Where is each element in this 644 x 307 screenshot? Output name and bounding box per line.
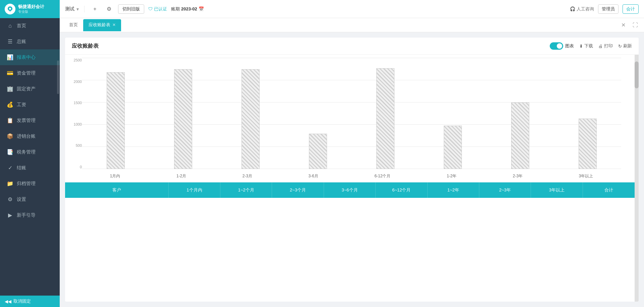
funds-icon: 💳 (7, 70, 13, 76)
tab-close-icon[interactable]: ✕ (112, 23, 116, 27)
logo-icon (5, 4, 15, 14)
sidebar-item-label: 报表中心 (17, 54, 36, 60)
sidebar-item-label: 结账 (17, 165, 26, 171)
accounting-period[interactable]: 账期 2023-02 📅 (171, 6, 204, 12)
sidebar-scrollbar (57, 60, 59, 94)
chart-bar[interactable] (444, 126, 462, 169)
x-axis-label: 6-12个月 (374, 173, 390, 179)
switch-version-button[interactable]: 切到旧版 (118, 4, 144, 14)
table-section: 客户1个月内1~2个月2~3个月3~6个月6~12个月1~2年2~3年3年以上合… (65, 182, 635, 198)
reports-icon: 📊 (7, 54, 13, 60)
certified-badge: 🛡 已认证 (148, 6, 167, 12)
bar-group (107, 72, 125, 169)
sidebar-item-salary[interactable]: 💰 工资 (0, 97, 60, 113)
x-axis-label: 2-3年 (513, 173, 523, 179)
chart-container: 05001000150020002500 1月内1-2月2-3月3-6月6-12… (65, 55, 635, 182)
print-button[interactable]: 🖨 打印 (598, 43, 613, 49)
sidebar-item-label: 工资 (17, 102, 26, 108)
x-axis-label: 3年以上 (579, 173, 593, 179)
x-axis-label: 3-6月 (309, 173, 318, 179)
chart-bar[interactable] (309, 134, 327, 169)
dropdown-icon: ▾ (76, 6, 79, 12)
topbar: 测试 ▾ + ⚙ 切到旧版 🛡 已认证 账期 2023-02 📅 🎧 人工咨询 … (60, 0, 644, 18)
chart-bar[interactable] (511, 102, 529, 169)
salary-icon: 💰 (7, 101, 13, 108)
sidebar-item-home[interactable]: ⌂ 首页 (0, 18, 60, 34)
chart-bar[interactable] (107, 72, 125, 169)
chart-bar[interactable] (241, 69, 260, 169)
table-header-cell: 合计 (583, 182, 635, 198)
sidebar-item-label: 设置 (17, 196, 26, 203)
sidebar-item-label: 固定资产 (17, 86, 36, 92)
x-axis-label: 1-2年 (447, 173, 457, 179)
x-axis-label: 2-3月 (243, 173, 252, 179)
chart-x-axis: 1月内1-2月2-3月3-6月6-12个月1-2年2-3年3年以上 (82, 173, 621, 179)
sidebar-item-label: 总账 (17, 39, 26, 45)
invoice-icon: 📋 (7, 117, 13, 124)
sidebar-item-purchase[interactable]: 📦 进销台账 (0, 128, 60, 144)
chart-bar[interactable] (579, 119, 597, 169)
close-icon: ✓ (7, 165, 13, 171)
consult-button[interactable]: 🎧 人工咨询 (570, 6, 594, 12)
table-header-cell: 6~12个月 (376, 182, 427, 198)
fullscreen-button[interactable]: ⛶ (631, 20, 640, 30)
table-header-cell: 1个月内 (169, 182, 220, 198)
tab-aging[interactable]: 应收账龄表 ✕ (83, 19, 121, 31)
sidebar-item-assets[interactable]: 🏢 固定资产 (0, 81, 60, 97)
gear-icon: ⚙ (107, 6, 111, 12)
assets-icon: 🏢 (7, 86, 13, 92)
x-axis-label: 1-2月 (176, 173, 186, 179)
chart-toggle-group: 图表 (550, 42, 574, 50)
sidebar-item-label: 新手引导 (17, 212, 36, 218)
page-actions: 图表 ⬇ 下载 🖨 打印 ↻ 刷新 (550, 42, 632, 50)
y-axis-label: 2500 (68, 58, 82, 62)
chart-bar[interactable] (174, 69, 192, 169)
unfix-button[interactable]: ◀◀ 取消固定 (0, 296, 60, 307)
tab-home[interactable]: 首页 (64, 19, 83, 31)
bar-group (241, 69, 260, 169)
table-header-cell: 3~6个月 (324, 182, 376, 198)
chart-bar[interactable] (376, 68, 394, 169)
sidebar-item-ledger[interactable]: ☰ 总账 (0, 34, 60, 49)
shield-icon: 🛡 (148, 6, 153, 11)
add-project-button[interactable]: + (90, 4, 100, 14)
bar-group (174, 69, 192, 169)
scrollbar-thumb (635, 61, 639, 88)
sidebar-item-settings[interactable]: ⚙ 设置 (0, 191, 60, 207)
sidebar-item-funds[interactable]: 💳 资金管理 (0, 65, 60, 81)
sidebar-item-label: 归档管理 (17, 181, 36, 187)
sidebar-item-invoice[interactable]: 📋 发票管理 (0, 113, 60, 128)
svg-point-0 (9, 8, 11, 10)
settings-button[interactable]: ⚙ (104, 4, 114, 14)
project-selector[interactable]: 测试 ▾ (65, 6, 79, 12)
refresh-button[interactable]: ↻ 刷新 (618, 43, 632, 49)
topbar-divider-1 (84, 6, 85, 12)
chart-y-axis: 05001000150020002500 (68, 58, 82, 169)
table-header-cell: 2~3个月 (272, 182, 324, 198)
unfix-icon: ◀◀ (5, 299, 11, 304)
sidebar-logo: 畅捷通好会计 专业版 (0, 0, 60, 18)
sidebar-item-guide[interactable]: ▶ 新手引导 (0, 207, 60, 223)
sidebar-item-close[interactable]: ✓ 结账 (0, 160, 60, 176)
table-header-cell: 3年以上 (531, 182, 583, 198)
x-axis-label: 1月内 (110, 173, 120, 179)
sidebar-item-tax[interactable]: 📑 税务管理 (0, 144, 60, 160)
scrollbar[interactable] (635, 55, 639, 302)
accountant-button[interactable]: 会计 (623, 4, 639, 14)
bar-group (444, 126, 462, 169)
guide-icon: ▶ (7, 212, 13, 218)
download-icon: ⬇ (579, 44, 583, 49)
close-tab-button[interactable]: ✕ (619, 20, 628, 30)
download-button[interactable]: ⬇ 下载 (579, 43, 593, 49)
bar-group (376, 68, 394, 169)
print-icon: 🖨 (598, 44, 603, 49)
page-container: 应收账龄表 图表 ⬇ 下载 🖨 打印 ↻ (65, 38, 639, 302)
tabs-actions: ✕ ⛶ (619, 20, 640, 30)
main-content: 测试 ▾ + ⚙ 切到旧版 🛡 已认证 账期 2023-02 📅 🎧 人工咨询 … (60, 0, 644, 307)
sidebar-item-reports[interactable]: 📊 报表中心 (0, 49, 60, 65)
admin-button[interactable]: 管理员 (598, 4, 619, 14)
bars-container (82, 58, 621, 169)
sidebar-item-archive[interactable]: 📁 归档管理 (0, 176, 60, 191)
chart-toggle[interactable] (550, 42, 563, 50)
tabs-bar: 首页 应收账龄表 ✕ ✕ ⛶ (60, 18, 644, 32)
